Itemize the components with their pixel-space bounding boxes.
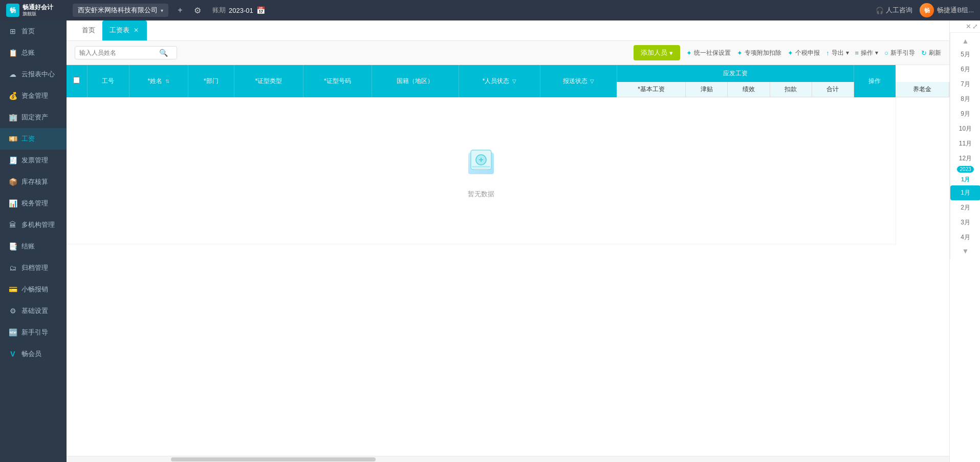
toolbar-right: 添加人员 ▾ ✦ 统一社保设置 ✦ 专项附加扣除 ✦ 个税申报 ↑ 导出 [634,45,941,60]
month-item-4[interactable]: 4月 [950,230,980,245]
logo-area: 畅 畅通好会计 旗舰版 [6,4,73,17]
add-person-button[interactable]: 添加人员 ▾ [634,45,680,60]
social-security-action[interactable]: ✦ 统一社保设置 [686,49,731,57]
settings-sidebar-icon: ⚙ [8,307,17,315]
sidebar-item-invoice[interactable]: 🧾 发票管理 [0,150,67,171]
ledger-icon: 📋 [8,49,17,57]
th-operation: 操作 [854,65,896,97]
th-deduction: 扣款 [770,82,812,97]
salary-table: 工号 *姓名 ⇅ *部门 *证型类型 *证型号码 国籍（地区） *人员状态 ▽ [67,65,949,244]
social-security-icon: ✦ [686,49,692,57]
tab-home-label: 首页 [82,26,95,35]
search-icon: 🔍 [159,49,168,57]
report-status-filter-icon[interactable]: ▽ [590,78,594,84]
month-item-6[interactable]: 6月 [950,62,980,77]
sidebar-item-ledger[interactable]: 📋 总账 [0,42,67,64]
month-item-3[interactable]: 3月 [950,215,980,230]
month-item-11[interactable]: 11月 [950,136,980,151]
sidebar-label-ledger: 总账 [21,48,35,57]
export-label: 导出 [832,49,844,57]
svg-rect-6 [474,169,488,170]
operations-dropdown-icon: ▾ [875,49,878,56]
user-button[interactable]: 畅 畅捷通B组... [920,3,974,17]
special-deduction-action[interactable]: ✦ 专项附加扣除 [737,49,781,57]
sidebar-item-expense[interactable]: 💳 小畅报销 [0,279,67,300]
cloud-icon: ☁ [8,70,17,78]
sidebar-label-home: 首页 [21,27,35,36]
sidebar-item-home[interactable]: ⊞ 首页 [0,20,67,42]
sidebar-item-guide[interactable]: 🆕 新手引导 [0,322,67,343]
panel-close-icon[interactable]: ✕ [966,23,971,30]
month-item-12[interactable]: 12月 [950,151,980,166]
month-item-1[interactable]: 1月 [950,185,980,200]
sidebar-label-archive: 归档管理 [21,263,48,272]
add-button[interactable]: + [173,4,187,17]
scroll-bar-area [67,456,949,462]
sidebar-item-archive[interactable]: 🗂 归档管理 [0,257,67,279]
sidebar-item-salary[interactable]: 💴 工资 [0,128,67,150]
tab-home[interactable]: 首页 [75,20,102,40]
sidebar-item-settings[interactable]: ⚙ 基础设置 [0,300,67,322]
sidebar-item-tax[interactable]: 📊 税务管理 [0,193,67,214]
year-down-button[interactable]: ▼ [950,245,980,257]
new-guide-action[interactable]: ○ 新手引导 [884,49,915,57]
avatar: 畅 [920,3,934,17]
special-deduction-icon: ✦ [737,49,743,57]
service-label: 人工咨询 [886,6,912,15]
th-checkbox[interactable] [67,65,87,97]
main-layout: ⊞ 首页 📋 总账 ☁ 云报表中心 💰 资金管理 🏢 固定资产 💴 工资 🧾 发… [0,20,980,462]
month-item-9[interactable]: 9月 [950,107,980,121]
sidebar-item-member[interactable]: V 畅会员 [0,343,67,365]
export-action[interactable]: ↑ 导出 ▾ [826,49,849,57]
month-item-8[interactable]: 8月 [950,92,980,107]
empty-cell: 暂无数据 [67,97,896,244]
panel-expand-icon[interactable]: ⤢ [972,23,978,30]
sidebar-item-fund[interactable]: 💰 资金管理 [0,85,67,107]
sidebar-item-inventory[interactable]: 📦 库存核算 [0,171,67,193]
month-item-7[interactable]: 7月 [950,77,980,92]
select-all-checkbox[interactable] [73,77,80,83]
status-filter-icon[interactable]: ▽ [512,78,516,84]
th-status[interactable]: *人员状态 ▽ [459,65,540,97]
tax-icon: 📊 [8,199,17,207]
th-id-type: *证型类型 [234,65,303,97]
th-report-status[interactable]: 报送状态 ▽ [540,65,617,97]
month-item-10[interactable]: 10月 [950,121,980,136]
tab-salary-table[interactable]: 工资表 ✕ [102,20,147,40]
new-guide-label: 新手引导 [890,49,915,57]
logo-sub: 旗舰版 [23,11,53,17]
month-item-5[interactable]: 5月 [950,47,980,62]
add-person-dropdown-icon: ▾ [669,49,673,57]
name-sort-icon[interactable]: ⇅ [165,78,169,84]
tax-report-action[interactable]: ✦ 个税申报 [788,49,820,57]
sidebar-item-close[interactable]: 📑 结账 [0,236,67,257]
th-name[interactable]: *姓名 ⇅ [129,65,188,97]
operations-action[interactable]: ≡ 操作 ▾ [855,49,879,57]
tax-report-icon: ✦ [788,49,793,57]
sidebar-label-close: 结账 [21,242,35,251]
scroll-thumb[interactable] [171,457,376,461]
sidebar-item-cloud-report[interactable]: ☁ 云报表中心 [0,64,67,85]
company-dropdown-icon: ▾ [161,8,163,13]
inventory-icon: 📦 [8,178,17,186]
year-up-button[interactable]: ▲ [950,35,980,47]
invoice-icon: 🧾 [8,156,17,164]
headset-icon: 🎧 [876,7,884,14]
sidebar-item-fixed-asset[interactable]: 🏢 固定资产 [0,107,67,128]
th-name-label: *姓名 [148,77,163,85]
refresh-label: 刷新 [929,49,941,57]
tab-salary-close[interactable]: ✕ [133,27,140,34]
month-item-2[interactable]: 2月 [950,200,980,215]
toolbar: 🔍 添加人员 ▾ ✦ 统一社保设置 ✦ 专项附加扣除 ✦ 个税申报 [67,41,949,65]
service-button[interactable]: 🎧 人工咨询 [876,6,912,15]
sidebar-item-multi-org[interactable]: 🏛 多机构管理 [0,214,67,236]
settings-button[interactable]: ⚙ [191,4,204,17]
search-input[interactable] [79,49,156,56]
refresh-action[interactable]: ↻ 刷新 [921,49,941,57]
company-selector[interactable]: 西安虾米网络科技有限公司 ▾ [73,4,168,17]
th-nationality: 国籍（地区） [372,65,459,97]
right-panel: ✕ ⤢ ▲ 5月 6月 7月 8月 9月 10月 11月 12月 2023 1月… [949,20,980,462]
period-calendar-icon[interactable]: 📅 [256,6,265,14]
tab-bar: 首页 工资表 ✕ [67,20,949,41]
fund-icon: 💰 [8,92,17,100]
